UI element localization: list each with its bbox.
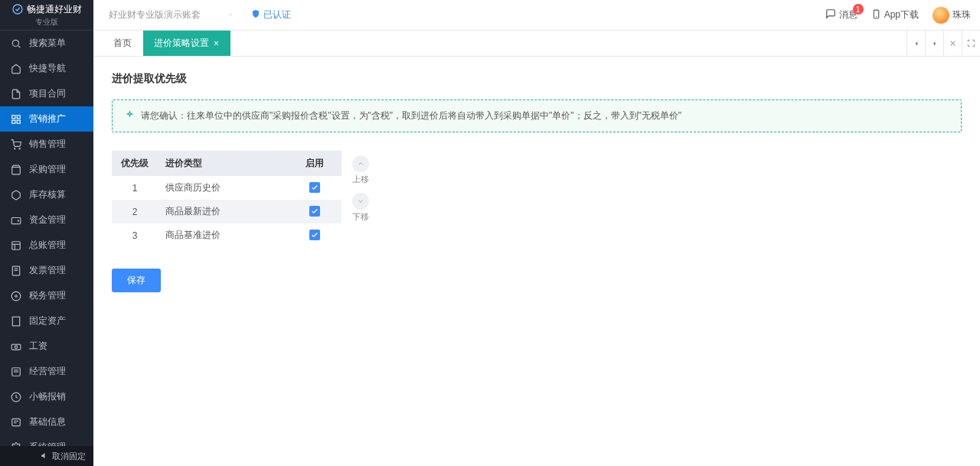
sidebar-item-9[interactable]: 发票管理 xyxy=(0,258,93,283)
brand-subtitle: 专业版 xyxy=(35,17,58,28)
cell-priority: 1 xyxy=(112,176,158,200)
checkbox-on-icon[interactable] xyxy=(309,230,320,240)
download-label: App下载 xyxy=(884,8,919,21)
sidebar-item-11[interactable]: 固定资产 xyxy=(0,308,93,334)
table-row[interactable]: 2商品最新进价 xyxy=(112,200,341,223)
alert-message: 请您确认：往来单位中的供应商"采购报价含税"设置，为"含税"，取到进价后将自动带… xyxy=(141,109,681,122)
app-download-button[interactable]: App下载 xyxy=(871,8,919,21)
col-type: 进价类型 xyxy=(158,151,288,176)
move-down-label: 下移 xyxy=(352,211,369,223)
sidebar-item-2[interactable]: 项目合同 xyxy=(0,81,93,106)
sidebar-item-13[interactable]: 经营管理 xyxy=(0,359,93,384)
sidebar-item-10[interactable]: 税务管理 xyxy=(0,283,93,308)
box-icon xyxy=(11,190,21,200)
sidebar-item-label: 基础信息 xyxy=(29,415,66,429)
sidebar-item-8[interactable]: 总账管理 xyxy=(0,233,93,258)
content: 进价提取优先级 请您确认：往来单位中的供应商"采购报价含税"设置，为"含税"，取… xyxy=(93,57,980,466)
table-row[interactable]: 3商品基准进价 xyxy=(112,223,341,247)
sidebar-item-label: 总账管理 xyxy=(29,239,66,252)
tabbar: 首页 进价策略设置 × xyxy=(93,31,980,57)
save-button[interactable]: 保存 xyxy=(112,269,161,292)
building-icon xyxy=(11,316,21,327)
sidebar-item-1[interactable]: 快捷导航 xyxy=(0,56,93,81)
home-icon xyxy=(11,64,21,74)
cell-priority: 3 xyxy=(112,223,158,247)
ledger-icon xyxy=(11,240,21,251)
account-name: 好业财专业版演示账套 xyxy=(109,8,201,21)
move-down-button[interactable] xyxy=(352,193,369,210)
sidebar-item-label: 小畅报销 xyxy=(29,390,66,403)
sidebar-item-5[interactable]: 采购管理 xyxy=(0,157,93,182)
sidebar-item-label: 库存核算 xyxy=(29,188,66,201)
verified-label: 已认证 xyxy=(263,8,291,21)
tax-icon xyxy=(11,291,21,301)
cell-enable xyxy=(288,200,341,223)
tab-current-label: 进价策略设置 xyxy=(154,37,209,50)
wallet-icon xyxy=(11,215,21,226)
cart-icon xyxy=(11,139,21,150)
sidebar-item-3[interactable]: 营销推广 xyxy=(0,106,93,132)
sidebar-item-label: 营销推广 xyxy=(29,112,66,125)
info-alert: 请您确认：往来单位中的供应商"采购报价含税"设置，为"含税"，取到进价后将自动带… xyxy=(112,99,962,132)
message-icon xyxy=(825,8,836,21)
close-icon[interactable]: × xyxy=(214,38,219,49)
cell-type: 商品最新进价 xyxy=(158,200,288,223)
table-row[interactable]: 1供应商历史价 xyxy=(112,176,341,200)
tab-price-strategy[interactable]: 进价策略设置 × xyxy=(143,31,230,56)
cell-priority: 2 xyxy=(112,200,158,223)
sidebar-item-15[interactable]: 基础信息 xyxy=(0,409,93,435)
sidebar-item-0[interactable]: 搜索菜单 xyxy=(0,31,93,56)
sidebar-menu: 搜索菜单快捷导航项目合同营销推广销售管理采购管理库存核算资金管理总账管理发票管理… xyxy=(0,31,93,446)
svg-point-1 xyxy=(12,40,18,46)
tab-next-button[interactable] xyxy=(925,31,943,57)
shield-check-icon xyxy=(251,9,260,21)
tab-close-all-button[interactable] xyxy=(943,31,962,57)
fullscreen-button[interactable] xyxy=(962,31,980,57)
sidebar-item-6[interactable]: 库存核算 xyxy=(0,182,93,207)
checkbox-on-icon[interactable] xyxy=(309,206,320,217)
sidebar-item-label: 快捷导航 xyxy=(29,62,66,75)
user-name: 珠珠 xyxy=(952,8,971,21)
cell-type: 供应商历史价 xyxy=(158,176,288,200)
sidebar-item-label: 搜索菜单 xyxy=(29,37,66,50)
sidebar-item-label: 固定资产 xyxy=(29,314,66,328)
svg-point-8 xyxy=(19,148,20,148)
cell-type: 商品基准进价 xyxy=(158,223,288,247)
sidebar-item-12[interactable]: 工资 xyxy=(0,334,93,359)
grid-icon xyxy=(11,114,21,125)
checkbox-on-icon[interactable] xyxy=(309,182,320,193)
sidebar-footer-label: 取消固定 xyxy=(52,451,86,462)
tab-home[interactable]: 首页 xyxy=(103,31,143,56)
search-icon xyxy=(11,38,21,49)
tab-prev-button[interactable] xyxy=(906,31,925,57)
receipt-icon xyxy=(11,266,21,276)
sidebar-item-14[interactable]: 小畅报销 xyxy=(0,384,93,409)
account-selector[interactable]: 好业财专业版演示账套 xyxy=(103,8,240,21)
col-priority: 优先级 xyxy=(112,151,158,176)
sidebar-item-label: 经营管理 xyxy=(29,365,66,378)
sidebar-item-label: 发票管理 xyxy=(29,264,66,277)
sidebar-item-label: 采购管理 xyxy=(29,163,66,176)
verified-badge: 已认证 xyxy=(251,8,291,21)
bag-icon xyxy=(11,165,21,175)
svg-rect-6 xyxy=(12,120,15,123)
user-menu[interactable]: 珠珠 xyxy=(933,7,971,24)
sidebar-item-4[interactable]: 销售管理 xyxy=(0,132,93,157)
messages-button[interactable]: 消息 1 xyxy=(825,8,858,21)
sidebar-item-7[interactable]: 资金管理 xyxy=(0,207,93,233)
messages-badge: 1 xyxy=(853,4,864,15)
move-controls: 上移 下移 xyxy=(352,151,369,223)
sidebar-item-label: 税务管理 xyxy=(29,289,66,302)
sidebar-item-label: 项目合同 xyxy=(29,87,66,100)
page-title: 进价提取优先级 xyxy=(112,72,962,86)
tab-home-label: 首页 xyxy=(113,37,132,50)
pay-icon xyxy=(11,341,21,352)
svg-line-2 xyxy=(18,45,21,47)
sidebar-pin-toggle[interactable]: 取消固定 xyxy=(0,446,93,466)
main: 好业财专业版演示账套 已认证 消息 1 xyxy=(93,0,980,466)
cell-enable xyxy=(288,223,341,247)
svg-point-0 xyxy=(13,5,22,14)
svg-point-23 xyxy=(15,345,18,348)
sidebar-item-16[interactable]: 系统管理 xyxy=(0,435,93,446)
move-up-button[interactable] xyxy=(352,155,369,172)
